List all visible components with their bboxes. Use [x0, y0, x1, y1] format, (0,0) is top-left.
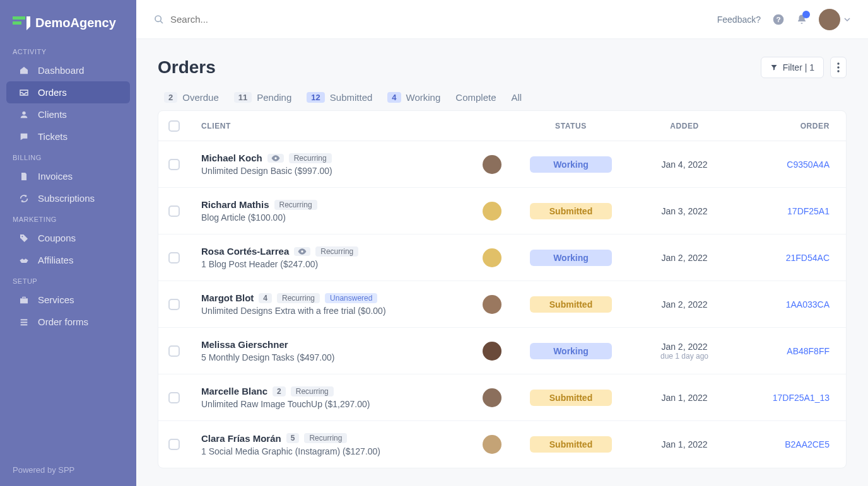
sidebar-section-label: SETUP: [0, 271, 136, 289]
service-description: 1 Social Media Graphic (Instagram) ($127…: [201, 446, 470, 456]
client-avatar: [483, 202, 501, 221]
user-menu[interactable]: [819, 9, 850, 30]
table-row[interactable]: Rosa Cortés-Larrea Recurring 1 Blog Post…: [158, 234, 846, 281]
row-checkbox[interactable]: [168, 252, 180, 263]
added-date: Jan 1, 2022: [628, 439, 741, 449]
table-row[interactable]: Margot Blot 4RecurringUnanswered Unlimit…: [158, 281, 846, 328]
added-date: Jan 2, 2022due 1 day ago: [628, 342, 741, 361]
sidebar-item-invoices[interactable]: Invoices: [6, 165, 130, 187]
footer-text: Powered by SPP: [0, 454, 136, 486]
search-icon: [154, 14, 164, 25]
tab-all[interactable]: All: [512, 90, 522, 105]
svg-point-16: [301, 250, 303, 253]
order-link[interactable]: 17DF25A1_13: [773, 393, 830, 403]
feedback-link[interactable]: Feedback?: [717, 14, 761, 25]
row-checkbox[interactable]: [168, 299, 180, 310]
svg-line-9: [160, 21, 163, 23]
user-icon: [19, 110, 30, 120]
order-link[interactable]: 17DF25A1: [787, 206, 830, 216]
tab-overdue[interactable]: 2Overdue: [164, 90, 219, 105]
sidebar-item-services[interactable]: Services: [6, 289, 130, 311]
row-checkbox[interactable]: [168, 392, 180, 403]
select-all-checkbox[interactable]: [168, 120, 180, 132]
user-avatar: [819, 9, 840, 30]
added-date: Jan 2, 2022: [628, 253, 741, 263]
client-name: Richard Mathis: [201, 199, 269, 210]
svg-point-12: [837, 62, 839, 64]
file-icon: [19, 171, 30, 182]
status-badge: Submitted: [530, 296, 612, 313]
tab-complete[interactable]: Complete: [455, 90, 496, 105]
handshake-icon: [19, 255, 30, 265]
table-row[interactable]: Michael Koch Recurring Unlimited Design …: [158, 141, 846, 188]
client-name: Clara Frías Morán: [201, 433, 281, 444]
tab-pending[interactable]: 11Pending: [234, 90, 292, 105]
home-icon: [19, 66, 30, 76]
svg-point-8: [155, 16, 161, 21]
row-checkbox[interactable]: [168, 159, 180, 170]
row-checkbox[interactable]: [168, 345, 180, 357]
tag-icon: [19, 233, 30, 243]
order-link[interactable]: 21FD54AC: [786, 253, 830, 263]
sidebar-item-order-forms[interactable]: Order forms: [6, 311, 130, 333]
sidebar-item-affiliates[interactable]: Affiliates: [6, 249, 130, 271]
page-title: Orders: [158, 57, 216, 78]
client-avatar: [483, 295, 501, 314]
eye-icon: [294, 247, 310, 256]
brand-logo[interactable]: DemoAgency: [0, 0, 136, 42]
tag-badge: Recurring: [277, 293, 320, 303]
svg-rect-1: [13, 21, 21, 25]
sidebar-item-orders[interactable]: Orders: [6, 81, 130, 103]
table-row[interactable]: Marcelle Blanc 2Recurring Unlimited Raw …: [158, 374, 846, 421]
count-badge: 5: [286, 433, 300, 443]
sidebar-item-coupons[interactable]: Coupons: [6, 227, 130, 249]
table-row[interactable]: Melissa Gierschner 5 Monthly Design Task…: [158, 328, 846, 374]
service-description: Unlimited Designs Extra with a free tria…: [201, 306, 470, 316]
status-tabs: 2Overdue11Pending12Submitted4WorkingComp…: [158, 90, 847, 105]
topbar: Feedback? ?: [136, 0, 868, 39]
tag-badge: Recurring: [289, 153, 332, 163]
tab-submitted[interactable]: 12Submitted: [307, 90, 372, 105]
tag-badge: Unanswered: [325, 293, 377, 303]
more-vertical-icon: [837, 62, 840, 72]
briefcase-icon: [19, 295, 30, 305]
status-badge: Submitted: [530, 436, 612, 453]
tab-count: 2: [164, 92, 177, 103]
more-button[interactable]: [830, 57, 847, 78]
service-description: Unlimited Design Basic ($997.00): [201, 166, 470, 176]
svg-rect-7: [21, 324, 28, 325]
sidebar-item-tickets[interactable]: Tickets: [6, 125, 130, 148]
help-icon[interactable]: ?: [772, 13, 785, 26]
tag-badge: Recurring: [274, 200, 317, 210]
col-client: CLIENT: [201, 122, 470, 130]
order-link[interactable]: 1AA033CA: [786, 299, 830, 310]
bell-icon[interactable]: [796, 13, 807, 26]
client-name: Rosa Cortés-Larrea: [201, 246, 289, 257]
refresh-icon: [19, 194, 30, 204]
svg-rect-4: [20, 298, 28, 303]
svg-point-14: [837, 70, 839, 72]
status-badge: Working: [530, 156, 612, 173]
client-name: Melissa Gierschner: [201, 339, 288, 350]
tab-count: 12: [307, 92, 324, 103]
table-row[interactable]: Richard Mathis Recurring Blog Article ($…: [158, 188, 846, 234]
table-row[interactable]: Clara Frías Morán 5Recurring 1 Social Me…: [158, 421, 846, 468]
search-input[interactable]: [170, 14, 717, 25]
svg-text:?: ?: [776, 15, 780, 23]
order-link[interactable]: C9350A4A: [787, 159, 830, 170]
sidebar-item-dashboard[interactable]: Dashboard: [6, 59, 130, 81]
service-description: Blog Article ($100.00): [201, 212, 470, 223]
sidebar-item-clients[interactable]: Clients: [6, 103, 130, 125]
svg-point-15: [274, 157, 277, 159]
filter-button[interactable]: Filter | 1: [761, 57, 824, 78]
row-checkbox[interactable]: [168, 205, 180, 217]
order-link[interactable]: AB48F8FF: [787, 346, 830, 356]
order-link[interactable]: B2AA2CE5: [785, 439, 830, 449]
svg-point-2: [22, 111, 25, 114]
tab-working[interactable]: 4Working: [387, 90, 440, 105]
client-avatar: [483, 388, 501, 407]
client-name: Marcelle Blanc: [201, 386, 267, 396]
row-checkbox[interactable]: [168, 439, 180, 450]
tab-count: 4: [387, 92, 401, 103]
sidebar-item-subscriptions[interactable]: Subscriptions: [6, 187, 130, 209]
